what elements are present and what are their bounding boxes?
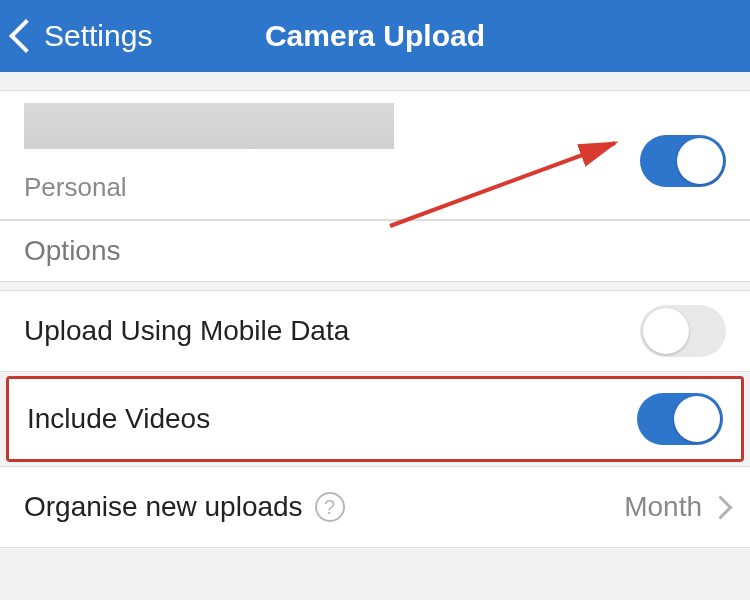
- chevron-right-icon: [712, 495, 726, 519]
- organise-uploads-text: Organise new uploads: [24, 491, 303, 523]
- organise-uploads-value: Month: [624, 491, 726, 523]
- organise-uploads-label: Organise new uploads ?: [24, 491, 345, 523]
- back-label: Settings: [44, 19, 152, 53]
- back-button[interactable]: Settings: [8, 0, 152, 72]
- svg-line-0: [390, 143, 615, 226]
- mobile-data-row[interactable]: Upload Using Mobile Data: [0, 290, 750, 372]
- camera-upload-toggle[interactable]: [640, 135, 726, 187]
- help-icon[interactable]: ?: [315, 492, 345, 522]
- organise-uploads-row[interactable]: Organise new uploads ? Month: [0, 466, 750, 548]
- mobile-data-label: Upload Using Mobile Data: [24, 315, 349, 347]
- include-videos-label: Include Videos: [27, 403, 210, 435]
- chevron-left-icon: [8, 18, 28, 54]
- spacer: [0, 548, 750, 566]
- spacer: [0, 282, 750, 290]
- mobile-data-toggle[interactable]: [640, 305, 726, 357]
- navigation-header: Settings Camera Upload: [0, 0, 750, 72]
- account-row: Personal: [0, 90, 750, 220]
- annotation-highlight-box: Include Videos: [6, 376, 744, 462]
- spacer: [0, 72, 750, 90]
- account-name-redacted: [24, 103, 394, 149]
- organise-uploads-value-text: Month: [624, 491, 702, 523]
- include-videos-toggle[interactable]: [637, 393, 723, 445]
- include-videos-row[interactable]: Include Videos: [9, 379, 741, 459]
- options-header: Options: [0, 220, 750, 282]
- account-subtitle: Personal: [24, 172, 127, 203]
